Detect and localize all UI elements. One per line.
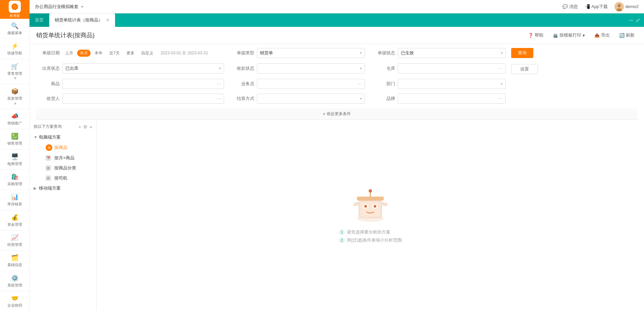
settings-button[interactable]: 设置: [511, 64, 538, 74]
sidebar-item-search[interactable]: 🔍 搜索菜单: [0, 19, 29, 39]
empty-state: 1 请先选择要分析的方案 2 用[过滤]条件来缩小分析范围: [339, 185, 401, 245]
app-download-action[interactable]: 📲 App下载: [585, 4, 608, 10]
sales-icon: 💹: [11, 133, 18, 140]
main-area: 办公用品行业模拟账套 ▾ 💬 消息 📲 App下载 de: [30, 0, 644, 310]
collapse-label: 收起更多条件: [327, 111, 351, 117]
date-tab-thismonth[interactable]: 本月: [77, 50, 91, 57]
tree-node-by-goods-cat[interactable]: ⊞ 按商品分类: [36, 163, 96, 173]
filter-salesman: 业务员 ···: [231, 79, 365, 89]
print-label: 按模板打印: [559, 32, 581, 38]
tab-expand-icon[interactable]: ⤢: [636, 17, 640, 23]
tab-minimize-icon[interactable]: ─: [629, 17, 633, 23]
sidebar-item-operations[interactable]: 📈 经营管理: [0, 230, 29, 251]
dept-select[interactable]: ▾: [398, 79, 506, 89]
salesman-input[interactable]: ···: [257, 79, 365, 89]
tab-home[interactable]: 首页: [30, 13, 49, 27]
topbar-right: 💬 消息 📲 App下载 demo2: [562, 2, 639, 11]
sidebar-item-enterprise[interactable]: 🤝 企业协同: [0, 291, 29, 310]
recipient-label: 收货人: [36, 96, 60, 102]
sidebar-item-wholesale[interactable]: 📦 批发管理 ▲: [0, 84, 29, 109]
goods-dots-icon: ···: [217, 81, 221, 87]
settings-scheme-icon[interactable]: ⚙: [83, 124, 88, 130]
add-scheme-icon[interactable]: +: [78, 124, 81, 130]
tip-num-1: 1: [339, 229, 345, 235]
filter-date: 单据日期 上月 本月 本年 近7天 更多 自定义 2023-03-01 至 20…: [36, 50, 224, 57]
refresh-icon: 🔄: [619, 33, 625, 38]
sidebar-item-sales[interactable]: 💹 销售管理: [0, 129, 29, 149]
goods-input[interactable]: ···: [62, 79, 224, 89]
quicknav-icon: ⚡: [11, 42, 18, 50]
brand-label: 品牌: [372, 96, 395, 102]
doctype-select[interactable]: 销货单 ▾: [257, 48, 365, 58]
svg-rect-7: [360, 202, 380, 217]
salesman-label: 业务员: [231, 81, 254, 87]
tree-node-by-goods[interactable]: 按 按商品: [36, 142, 96, 153]
date-label: 单据日期: [36, 50, 60, 56]
tree-section-pc[interactable]: ▼ 电脑端方案: [30, 132, 96, 142]
sidebar-item-inventory[interactable]: 📊 库存核算: [0, 190, 29, 210]
collapse-row[interactable]: ∧ 收起更多条件: [36, 108, 637, 120]
by-driver-label: 按司机: [54, 175, 67, 181]
settlement-select[interactable]: ▾: [257, 94, 365, 104]
page-header: 销货单统计表(按商品) ❓ 帮助 🖨️ 按模板打印 ▾ 📤 导出 🔄 刷新: [30, 27, 644, 44]
sidebar-item-system[interactable]: ⚙️ 系统管理: [0, 271, 29, 291]
empty-tip-1: 1 请先选择要分析的方案: [339, 229, 401, 235]
tree-node-by-month-goods[interactable]: 📅 按月+商品: [36, 153, 96, 163]
tab-sales-report[interactable]: 销货单统计表（按商品） ✕: [49, 13, 115, 27]
docstatus-select[interactable]: 已生效 ▾: [398, 48, 506, 58]
brand-input[interactable]: ···: [398, 94, 506, 104]
sidebar-item-basic[interactable]: 🗂️ 基础信息: [0, 251, 29, 271]
sidebar-item-ecommerce[interactable]: 🖥️ 电商管理: [0, 150, 29, 170]
sidebar-item-retail[interactable]: 🛒 零售管理 ▼: [0, 59, 29, 84]
filter-goods: 商品 ···: [36, 79, 224, 89]
sidebar-item-finance[interactable]: 💰 资金管理: [0, 210, 29, 230]
query-button[interactable]: 查询: [511, 48, 533, 58]
logo-area[interactable]: 标准版: [0, 0, 30, 19]
message-label: 消息: [569, 4, 578, 10]
sales-report-tab-label: 销货单统计表（按商品）: [55, 17, 103, 23]
tree-node-by-driver[interactable]: ⊞ 按司机: [36, 173, 96, 183]
doctype-value: 销货单: [260, 50, 273, 56]
recipient-input[interactable]: ···: [62, 94, 224, 104]
date-tab-last7days[interactable]: 近7天: [107, 50, 122, 57]
salesman-dots-icon: ···: [358, 81, 362, 87]
left-panel-icons: + ⚙ «: [78, 124, 92, 130]
enterprise-icon: 🤝: [11, 295, 18, 302]
settlement-label: 结算方式: [231, 96, 254, 102]
help-button[interactable]: ❓ 帮助: [525, 31, 546, 40]
topbar-dropdown-icon[interactable]: ▾: [81, 4, 83, 9]
svg-point-10: [364, 205, 367, 208]
sidebar-item-quicknav[interactable]: ⚡ 快捷导航: [0, 39, 29, 59]
sidebar-basic-label: 基础信息: [7, 262, 22, 267]
help-icon: ❓: [528, 33, 533, 38]
date-tab-thisyear[interactable]: 本年: [92, 50, 105, 57]
message-action[interactable]: 💬 消息: [562, 4, 578, 10]
tab-close-icon[interactable]: ✕: [106, 18, 109, 22]
collapse-panel-icon[interactable]: «: [90, 124, 92, 130]
warehouse-input[interactable]: ···: [398, 63, 506, 73]
page-title: 销货单统计表(按商品): [36, 31, 95, 43]
date-tab-custom[interactable]: 自定义: [139, 50, 156, 57]
sidebar-purchase-label: 采购管理: [7, 182, 22, 186]
outstatus-select[interactable]: 已出库 ▾: [62, 63, 224, 73]
date-tab-lastmonth[interactable]: 上月: [62, 50, 76, 57]
sidebar-item-marketing[interactable]: 📣 营销推广: [0, 109, 29, 129]
filter-doctype: 单据类型 销货单 ▾: [231, 48, 365, 58]
filter-docstatus: 单据状态 已生效 ▾: [372, 48, 506, 58]
logo-label: 标准版: [10, 13, 20, 18]
export-label: 导出: [601, 32, 610, 38]
sidebar: 标准版 🔍 搜索菜单 ⚡ 快捷导航 🛒 零售管理 ▼ 📦 批发管理 ▲ 📣 营销…: [0, 0, 30, 310]
ecommerce-icon: 🖥️: [11, 153, 18, 160]
sidebar-finance-label: 资金管理: [7, 222, 22, 227]
help-label: 帮助: [535, 32, 543, 38]
tree-section-mobile[interactable]: ▶ 移动端方案: [30, 183, 96, 193]
refresh-button[interactable]: 🔄 刷新: [616, 31, 637, 40]
retail-expand-icon: ▼: [13, 76, 17, 81]
sidebar-wholesale-label: 批发管理: [7, 96, 22, 101]
sidebar-item-purchase[interactable]: 🛍️ 采购管理: [0, 170, 29, 190]
user-area[interactable]: demo2: [614, 2, 639, 11]
payment-input[interactable]: ▾: [257, 63, 365, 73]
date-tab-more[interactable]: 更多: [124, 50, 137, 57]
print-button[interactable]: 🖨️ 按模板打印 ▾: [550, 31, 588, 40]
export-button[interactable]: 📤 导出: [592, 31, 612, 40]
